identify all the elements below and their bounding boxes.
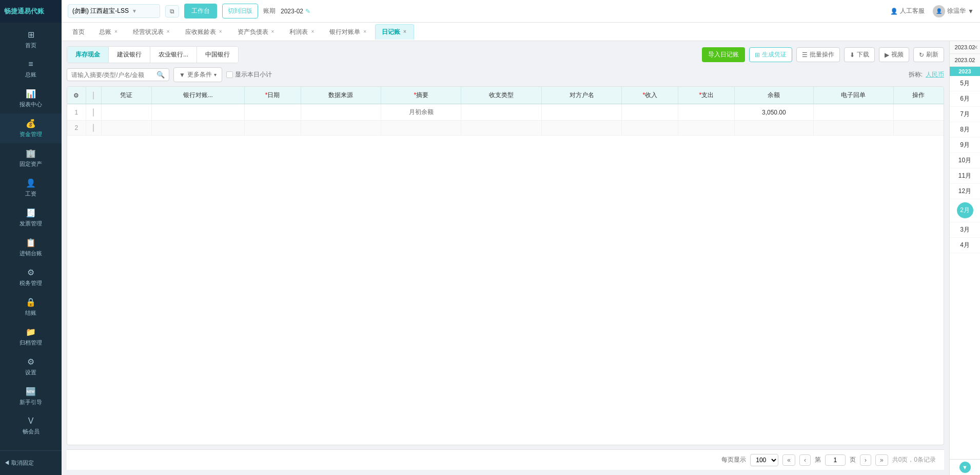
month-item-5[interactable]: 5月	[950, 76, 980, 91]
sidebar-item-archive[interactable]: 📁 归档管理	[0, 322, 62, 352]
sidebar-item-settings[interactable]: ⚙ 设置	[0, 352, 62, 382]
year-entry-2023-02-2[interactable]: 2023.02	[950, 54, 980, 67]
tab-receivable-close[interactable]: ×	[218, 29, 223, 35]
tab-profit-close[interactable]: ×	[310, 29, 315, 35]
company-selector[interactable]: (勿删) 江西超宝-LSS ▼	[68, 4, 160, 18]
tab-ledger[interactable]: 总账 ×	[92, 24, 125, 40]
tab-assets-liab[interactable]: 资产负债表 ×	[231, 24, 282, 40]
tab-biz-status[interactable]: 经营状况表 ×	[126, 24, 178, 40]
search-input-wrap[interactable]: 🔍	[67, 68, 169, 81]
month-item-8[interactable]: 8月	[950, 122, 980, 138]
tab-profit[interactable]: 利润表 ×	[283, 24, 322, 40]
show-daily-total-checkbox[interactable]	[226, 71, 233, 78]
sidebar-nav: ⊞ 首页 ≡ 总账 📊 报表中心 💰 资金管理 🏢 固定资产 👤 工资	[0, 23, 62, 450]
tab-bank-reconcile-close[interactable]: ×	[362, 29, 367, 35]
next-page-button[interactable]: ›	[860, 454, 871, 466]
th-checkbox[interactable]	[86, 87, 101, 104]
show-daily-total[interactable]: 显示本日小计	[226, 70, 272, 79]
row1-checkbox[interactable]	[86, 104, 101, 121]
company-dropdown-icon: ▼	[132, 8, 137, 14]
sidebar-item-sales[interactable]: 📋 进销台账	[0, 233, 62, 262]
row2-checkbox[interactable]	[86, 121, 101, 136]
show-daily-total-label: 显示本日小计	[235, 70, 272, 79]
row2-summary	[381, 121, 461, 136]
month-item-6[interactable]: 6月	[950, 91, 980, 107]
copy-button[interactable]: ⧉	[165, 5, 179, 17]
tab-home[interactable]: 首页	[66, 24, 91, 40]
sidebar-pin-button[interactable]: ◀ 取消固定	[2, 456, 60, 470]
data-table-wrap: ⚙ 凭证 银行对账...	[67, 86, 944, 445]
bank-tab-cash[interactable]: 库存现金	[67, 47, 109, 63]
th-counter-party: 对方户名	[541, 87, 621, 104]
sidebar-item-vip[interactable]: V 畅会员	[0, 411, 62, 441]
tab-assets-liab-close[interactable]: ×	[270, 29, 276, 35]
sidebar-item-reports[interactable]: 📊 报表中心	[0, 84, 62, 113]
tab-journal-close[interactable]: ×	[402, 29, 407, 35]
sidebar-item-tax[interactable]: ⚙ 税务管理	[0, 262, 62, 292]
first-page-button[interactable]: «	[782, 454, 795, 466]
tab-bank-reconcile[interactable]: 银行对账单 ×	[323, 24, 374, 40]
reports-icon: 📊	[26, 89, 36, 99]
tab-biz-status-close[interactable]: ×	[166, 29, 171, 35]
page-size-select[interactable]: 100 50 200	[750, 454, 778, 466]
tab-receivable[interactable]: 应收账龄表 ×	[179, 24, 230, 40]
refresh-button[interactable]: ↻ 刷新	[913, 47, 944, 62]
video-button[interactable]: ▶ 视频	[879, 47, 909, 62]
sidebar-item-ledger-label: 总账	[25, 71, 36, 79]
row2-counter-party	[541, 121, 621, 136]
month-item-12[interactable]: 12月	[950, 184, 980, 199]
currency-option[interactable]: 人民币	[926, 70, 944, 79]
sidebar-item-fund[interactable]: 💰 资金管理	[0, 113, 62, 143]
sidebar-item-guide[interactable]: 🆕 新手引导	[0, 382, 62, 411]
workbench-button[interactable]: 工作台	[184, 4, 217, 18]
bank-tab-jianshe[interactable]: 建设银行	[109, 47, 150, 63]
video-icon: ▶	[885, 51, 889, 59]
sidebar-item-payroll[interactable]: 👤 工资	[0, 173, 62, 203]
search-icon[interactable]: 🔍	[156, 71, 165, 79]
user-service-icon: 👤	[890, 8, 898, 15]
tab-ledger-close[interactable]: ×	[113, 29, 119, 35]
user-service[interactable]: 👤 人工客服	[890, 7, 925, 15]
right-panel-close-button[interactable]: ×	[974, 43, 978, 51]
prev-page-button[interactable]: ‹	[799, 454, 811, 466]
filter-label: 更多条件	[187, 70, 212, 79]
sidebar-item-ledger[interactable]: ≡ 总账	[0, 54, 62, 84]
download-button[interactable]: ⬇ 下载	[844, 47, 875, 62]
month-item-11[interactable]: 11月	[950, 168, 980, 184]
settings-icon-th: ⚙	[73, 92, 79, 99]
fund-icon: 💰	[26, 119, 36, 128]
month-nav-down-wrap: ▼	[950, 459, 980, 475]
sidebar-item-home[interactable]: ⊞ 首页	[0, 25, 62, 54]
last-page-button[interactable]: »	[875, 454, 888, 466]
header-checkbox[interactable]	[93, 91, 94, 100]
sidebar-item-archive-label: 归档管理	[19, 339, 42, 347]
batch-op-button[interactable]: ☰ 批量操作	[796, 47, 840, 62]
fixed-icon: 🏢	[26, 148, 36, 158]
user-info[interactable]: 👤 徐温华 ▼	[933, 5, 974, 17]
month-item-4[interactable]: 4月	[950, 238, 980, 253]
month-item-10[interactable]: 10月	[950, 153, 980, 168]
period-edit-icon[interactable]: ✎	[305, 8, 310, 15]
sidebar-item-fixed[interactable]: 🏢 固定资产	[0, 143, 62, 173]
th-settings[interactable]: ⚙	[67, 87, 86, 104]
month-item-9[interactable]: 9月	[950, 138, 980, 153]
month-item-2-active[interactable]: 2月	[957, 202, 973, 219]
tab-journal[interactable]: 日记账 ×	[375, 24, 414, 40]
bank-tab-nongye[interactable]: 农业银行...	[150, 47, 197, 63]
month-item-7[interactable]: 7月	[950, 107, 980, 122]
bank-tab-zhongguo[interactable]: 中国银行	[197, 47, 238, 63]
table-row: 2	[67, 121, 944, 136]
month-item-3[interactable]: 3月	[950, 222, 980, 238]
th-voucher: 凭证	[101, 87, 152, 104]
month-nav-down-button[interactable]: ▼	[959, 462, 971, 473]
th-bank-account: 银行对账...	[152, 87, 245, 104]
import-journal-button[interactable]: 导入日记账	[702, 47, 745, 62]
search-input[interactable]	[71, 71, 154, 79]
page-input[interactable]	[825, 454, 846, 466]
sidebar-item-close-period[interactable]: 🔒 结账	[0, 292, 62, 322]
filter-button[interactable]: ▼ 更多条件 ▾	[173, 67, 222, 82]
sidebar-item-invoice[interactable]: 🧾 发票管理	[0, 203, 62, 233]
old-version-button[interactable]: 切到旧版	[222, 4, 258, 18]
tab-profit-label: 利润表	[289, 28, 308, 36]
generate-voucher-button[interactable]: ⊞ 生成凭证	[749, 47, 792, 62]
